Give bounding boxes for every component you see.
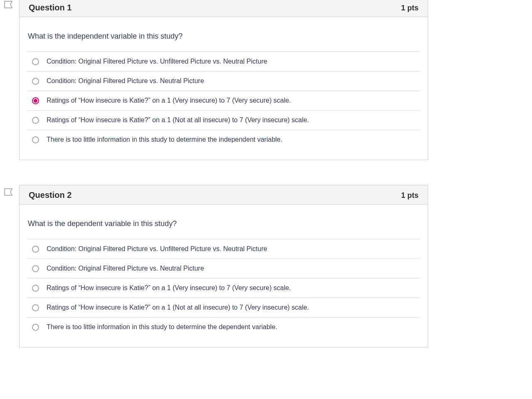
question-title: Question 2 xyxy=(29,190,71,200)
answer-text: Condition: Original Filtered Picture vs.… xyxy=(47,245,267,253)
answer-text: Condition: Original Filtered Picture vs.… xyxy=(47,265,204,272)
radio-icon xyxy=(32,78,39,85)
radio-icon xyxy=(32,246,39,253)
radio-icon xyxy=(32,285,39,292)
question-title: Question 1 xyxy=(29,3,71,12)
radio-icon xyxy=(32,58,39,65)
question-body: What is the dependent variable in this s… xyxy=(20,204,428,347)
question-points: 1 pts xyxy=(401,4,419,12)
question-box: Question 2 1 pts What is the dependent v… xyxy=(19,185,428,347)
answer-option[interactable]: There is too little information in this … xyxy=(27,317,420,337)
radio-icon xyxy=(32,97,39,104)
question-container: Question 1 1 pts What is the independent… xyxy=(0,0,532,160)
answer-text: Ratings of “How insecure is Katie?” on a… xyxy=(47,304,309,311)
question-prompt: What is the independent variable in this… xyxy=(27,32,420,48)
answer-option[interactable]: Ratings of “How insecure is Katie?” on a… xyxy=(27,298,420,317)
question-header: Question 1 1 pts xyxy=(20,0,428,17)
answer-text: Condition: Original Filtered Picture vs.… xyxy=(47,58,267,65)
answer-text: Ratings of “How insecure is Katie?” on a… xyxy=(47,97,291,104)
question-prompt: What is the dependent variable in this s… xyxy=(27,219,420,236)
answer-text: Condition: Original Filtered Picture vs.… xyxy=(47,77,204,85)
flag-icon[interactable] xyxy=(3,187,14,197)
radio-icon xyxy=(32,265,39,272)
question-container: Question 2 1 pts What is the dependent v… xyxy=(0,185,532,347)
answers-list: Condition: Original Filtered Picture vs.… xyxy=(27,236,420,337)
radio-icon xyxy=(32,117,39,124)
flag-icon[interactable] xyxy=(3,0,14,9)
answer-text: Ratings of “How insecure is Katie?” on a… xyxy=(47,116,309,124)
answer-option[interactable]: Ratings of “How insecure is Katie?” on a… xyxy=(27,91,420,110)
answer-option[interactable]: Ratings of “How insecure is Katie?” on a… xyxy=(27,110,420,130)
answer-option[interactable]: Condition: Original Filtered Picture vs.… xyxy=(27,239,420,259)
radio-icon xyxy=(32,324,39,331)
answer-option[interactable]: There is too little information in this … xyxy=(27,130,420,150)
question-points: 1 pts xyxy=(401,191,419,200)
question-header: Question 2 1 pts xyxy=(20,185,428,204)
answers-list: Condition: Original Filtered Picture vs.… xyxy=(27,48,420,150)
answer-option[interactable]: Ratings of “How insecure is Katie?” on a… xyxy=(27,278,420,298)
question-box: Question 1 1 pts What is the independent… xyxy=(19,0,428,160)
radio-icon xyxy=(32,304,39,311)
answer-text: Ratings of “How insecure is Katie?” on a… xyxy=(47,284,291,292)
radio-icon xyxy=(32,136,39,143)
answer-option[interactable]: Condition: Original Filtered Picture vs.… xyxy=(27,259,420,278)
answer-text: There is too little information in this … xyxy=(47,136,282,143)
answer-text: There is too little information in this … xyxy=(47,323,277,331)
question-body: What is the independent variable in this… xyxy=(20,17,428,160)
answer-option[interactable]: Condition: Original Filtered Picture vs.… xyxy=(27,71,420,91)
answer-option[interactable]: Condition: Original Filtered Picture vs.… xyxy=(27,52,420,71)
